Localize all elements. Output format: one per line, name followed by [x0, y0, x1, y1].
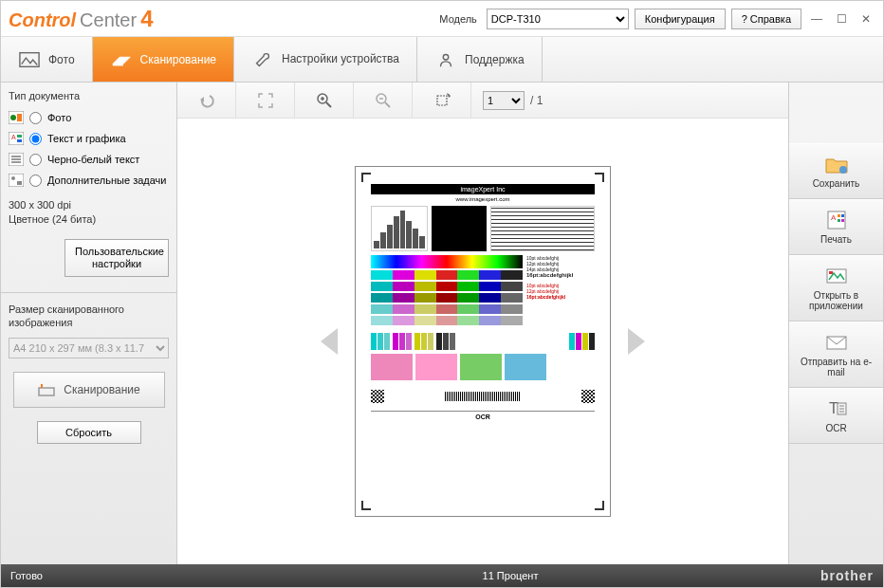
preview-area: imageXpert Inc www.imagexpert.com	[177, 119, 788, 564]
status-progress: 11 Процент	[200, 570, 820, 581]
ocr-label: OCR	[371, 411, 595, 420]
scan-icon	[110, 50, 133, 69]
page-control: 1 / 1	[471, 91, 554, 110]
qr-right	[581, 390, 595, 403]
svg-text:A: A	[11, 134, 16, 140]
svg-point-29	[839, 166, 847, 174]
svg-rect-5	[17, 114, 22, 121]
main-area: Тип документа Фото A Текст и графика Чер…	[1, 83, 883, 564]
tab-support[interactable]: Поддержка	[417, 37, 543, 82]
scanner-icon	[37, 382, 56, 397]
model-select[interactable]: DCP-T310	[487, 9, 629, 29]
custom-icon	[9, 174, 24, 187]
save-button[interactable]: Сохранить	[789, 143, 883, 199]
tab-device-settings[interactable]: Настройки устройства	[234, 37, 417, 82]
tab-scan[interactable]: Сканирование	[93, 37, 234, 82]
text-graphics-icon: A	[9, 132, 24, 145]
person-icon	[434, 50, 457, 69]
reset-button[interactable]: Сбросить	[37, 421, 141, 444]
photo-icon	[18, 50, 41, 69]
svg-rect-27	[437, 96, 447, 105]
scan-settings-info: 300 x 300 dpi Цветное (24 бита)	[9, 198, 169, 228]
brand-logo: brother	[820, 568, 874, 583]
photo-type-icon	[9, 111, 24, 124]
crop-corner-tl[interactable]	[361, 173, 371, 182]
svg-rect-1	[112, 64, 122, 65]
right-sidebar: Сохранить A Печать Открыть в приложении …	[788, 83, 883, 564]
svg-point-2	[443, 54, 449, 60]
envelope-icon	[824, 332, 849, 353]
qr-left	[371, 390, 384, 403]
rotate-button[interactable]	[413, 83, 471, 118]
scanned-page[interactable]: imageXpert Inc www.imagexpert.com	[355, 166, 611, 517]
scan-size-select[interactable]: A4 210 x 297 мм (8.3 x 11.7	[9, 338, 169, 358]
fit-button[interactable]	[236, 83, 295, 118]
center-panel: 1 / 1 imageXpert Inc www.imagexpert.com	[177, 83, 788, 564]
next-page-arrow[interactable]	[628, 328, 645, 355]
maximize-button[interactable]: ☐	[832, 10, 851, 28]
minimize-button[interactable]: —	[807, 10, 826, 28]
ocr-icon: T	[824, 398, 849, 419]
doc-type-title: Тип документа	[9, 88, 169, 105]
barcode	[445, 392, 521, 401]
crop-corner-tr[interactable]	[595, 173, 604, 182]
color-ramp	[371, 255, 523, 268]
radio-bw-text[interactable]: Черно-белый текст	[9, 151, 169, 168]
zoom-in-button[interactable]	[295, 83, 354, 118]
color-bar-chart	[371, 270, 523, 325]
svg-point-4	[10, 115, 16, 120]
test-chart-brand: imageXpert Inc	[371, 184, 595, 194]
radio-photo[interactable]: Фото	[9, 109, 169, 126]
app-logo: Control Center 4	[9, 6, 153, 32]
black-square	[432, 206, 487, 251]
close-button[interactable]: ✕	[856, 10, 875, 28]
radio-text-graphics[interactable]: A Текст и графика	[9, 130, 169, 147]
undo-button[interactable]	[177, 83, 236, 118]
print-button[interactable]: A Печать	[789, 199, 883, 255]
test-chart-url: www.imagexpert.com	[371, 196, 595, 202]
text-sample-column: 10pt abcdefghij12pt abcdefghij14pt abcde…	[526, 255, 595, 329]
svg-rect-32	[838, 214, 840, 217]
svg-line-25	[385, 102, 390, 107]
tab-photo-label: Фото	[48, 53, 75, 66]
print-icon: A	[824, 210, 849, 230]
tab-device-label: Настройки устройства	[282, 53, 399, 65]
svg-line-21	[326, 102, 331, 107]
status-ready: Готово	[10, 570, 200, 581]
zoom-out-button[interactable]	[354, 83, 413, 118]
preview-toolbar: 1 / 1	[177, 83, 788, 119]
tab-support-label: Поддержка	[465, 53, 525, 66]
tab-photo[interactable]: Фото	[1, 37, 93, 82]
logo-number: 4	[140, 6, 153, 32]
svg-rect-33	[838, 219, 840, 222]
bw-text-icon	[9, 153, 24, 166]
ocr-button[interactable]: T OCR	[789, 388, 883, 444]
scan-button[interactable]: Сканирование	[13, 372, 165, 408]
open-app-button[interactable]: Открыть в приложении	[789, 255, 883, 322]
left-sidebar: Тип документа Фото A Текст и графика Чер…	[1, 83, 177, 564]
svg-rect-37	[829, 271, 833, 274]
email-button[interactable]: Отправить на e-mail	[789, 322, 883, 388]
color-patches	[371, 354, 595, 380]
header: Control Center 4 Модель DCP-T310 Конфигу…	[1, 1, 883, 37]
app-icon	[824, 266, 849, 286]
radio-extra[interactable]: Дополнительные задачи	[9, 172, 169, 189]
logo-control: Control	[9, 9, 76, 31]
wrench-icon	[251, 50, 274, 69]
crop-corner-bl[interactable]	[361, 501, 371, 510]
prev-page-arrow[interactable]	[321, 328, 338, 355]
line-pattern	[490, 206, 595, 251]
ink-swatches	[371, 333, 595, 350]
main-tabs: Фото Сканирование Настройки устройства П…	[1, 37, 883, 83]
status-bar: Готово 11 Процент brother	[1, 564, 883, 587]
crop-corner-br[interactable]	[595, 501, 604, 510]
help-button[interactable]: ? Справка	[731, 9, 801, 29]
svg-text:A: A	[831, 213, 837, 222]
scan-size-title: Размер сканированного изображения	[9, 301, 169, 334]
svg-rect-8	[17, 135, 22, 138]
page-select[interactable]: 1	[483, 91, 525, 110]
model-label: Модель	[439, 13, 476, 25]
histogram-block	[371, 206, 428, 251]
config-button[interactable]: Конфигурация	[635, 9, 726, 29]
custom-settings-button[interactable]: Пользовательские настройки	[64, 239, 169, 277]
